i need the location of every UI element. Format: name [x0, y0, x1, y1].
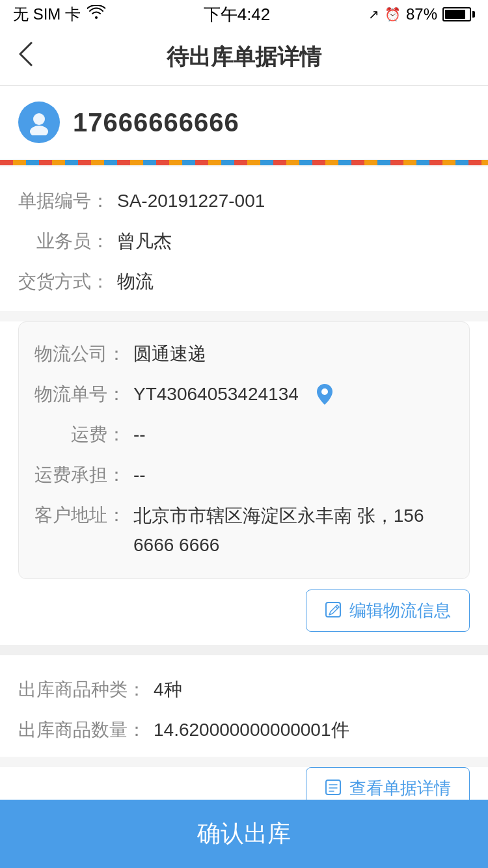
goods-quantity-row: 出库商品数量： 14.620000000000001件	[18, 716, 470, 744]
freight-bearer-row: 运费承担： --	[34, 461, 454, 489]
goods-type-row: 出库商品种类： 4种	[18, 676, 470, 703]
logistics-company-label: 物流公司：	[34, 340, 126, 368]
edit-btn-wrap: 编辑物流信息	[0, 590, 488, 645]
back-button[interactable]	[18, 42, 33, 72]
address-row: 客户地址： 北京市市辖区海淀区永丰南 张，156 6666 6666	[34, 502, 454, 560]
svg-rect-4	[326, 780, 340, 794]
status-bar: 无 SIM 卡 下午4:42 ↗ ⏰ 87%	[0, 0, 488, 29]
status-bar-right: ↗ ⏰ 87%	[368, 5, 475, 23]
section-separator	[0, 645, 488, 655]
confirm-button[interactable]: 确认出库	[197, 818, 291, 850]
delivery-value: 物流	[117, 268, 470, 295]
carrier-label: 无 SIM 卡	[13, 4, 81, 25]
freight-bearer-label: 运费承担：	[34, 461, 126, 489]
address-label: 客户地址：	[34, 502, 126, 529]
battery-icon	[442, 7, 475, 21]
address-value: 北京市市辖区海淀区永丰南 张，156 6666 6666	[133, 502, 454, 560]
freight-row: 运费： --	[34, 421, 454, 448]
status-bar-time: 下午4:42	[204, 3, 271, 26]
wifi-icon	[87, 5, 105, 23]
logistics-card: 物流公司： 圆通速递 物流单号： YT43064053424134 运费： --…	[18, 321, 470, 579]
logistics-company-value: 圆通速递	[133, 340, 454, 368]
goods-section: 出库商品种类： 4种 出库商品数量： 14.620000000000001件	[0, 655, 488, 757]
svg-point-1	[30, 126, 48, 135]
dashed-divider	[0, 160, 488, 165]
nav-bar: 待出库单据详情	[0, 29, 488, 86]
location-status-icon: ↗	[368, 7, 379, 22]
battery-percentage: 87%	[406, 5, 437, 23]
tracking-location-icon[interactable]	[314, 383, 335, 406]
customer-phone: 17666666666	[73, 108, 239, 137]
logistics-tracking-label: 物流单号：	[34, 381, 126, 408]
logistics-tracking-row: 物流单号： YT43064053424134	[34, 381, 454, 408]
freight-value: --	[133, 421, 454, 448]
document-number-value: SA-20191227-001	[117, 187, 470, 215]
svg-point-2	[321, 388, 328, 395]
document-number-label: 单据编号：	[18, 187, 109, 215]
svg-point-0	[33, 113, 45, 125]
goods-quantity-label: 出库商品数量：	[18, 716, 146, 744]
salesperson-row: 业务员： 曾凡杰	[18, 228, 470, 255]
alarm-icon: ⏰	[385, 7, 401, 22]
goods-quantity-value: 14.620000000000001件	[154, 716, 470, 744]
page-title: 待出库单据详情	[167, 42, 321, 72]
freight-label: 运费：	[34, 421, 126, 448]
delivery-label: 交货方式：	[18, 268, 109, 295]
document-info-section: 单据编号： SA-20191227-001 业务员： 曾凡杰 交货方式： 物流	[0, 167, 488, 311]
freight-bearer-value: --	[133, 461, 454, 489]
customer-header: 17666666666	[0, 86, 488, 159]
salesperson-label: 业务员：	[18, 228, 109, 255]
logistics-tracking-value: YT43064053424134	[133, 381, 454, 408]
edit-logistics-button[interactable]: 编辑物流信息	[306, 590, 470, 632]
salesperson-value: 曾凡杰	[117, 228, 470, 255]
goods-type-label: 出库商品种类：	[18, 676, 146, 703]
logistics-company-row: 物流公司： 圆通速递	[34, 340, 454, 368]
delivery-row: 交货方式： 物流	[18, 268, 470, 295]
status-bar-left: 无 SIM 卡	[13, 4, 105, 25]
avatar	[18, 102, 60, 143]
document-number-row: 单据编号： SA-20191227-001	[18, 187, 470, 215]
confirm-btn-wrap: 确认出库	[0, 800, 488, 868]
goods-type-value: 4种	[154, 676, 470, 703]
